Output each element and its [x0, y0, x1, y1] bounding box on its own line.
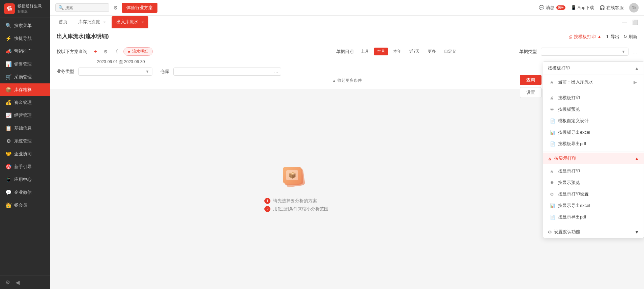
display-preview-btn[interactable]: 👁 按显示预览 — [543, 177, 644, 188]
empty-step-1: 1 请先选择要分析的方案 — [264, 198, 328, 204]
online-service-btn[interactable]: 🎧 在线客服 — [599, 5, 624, 11]
sidebar-item-search[interactable]: 🔍 搜索菜单 — [0, 19, 50, 32]
warehouse-select[interactable]: … — [173, 68, 281, 76]
print-icon: 🖨 — [568, 34, 573, 39]
sidebar-item-shortcuts[interactable]: ⚡ 快捷导航 — [0, 32, 50, 45]
nav-icon-vip: 👑 — [5, 202, 11, 208]
query-button[interactable]: 查询 — [520, 75, 541, 85]
filter-tag-flow[interactable]: ● 流水明细 — [123, 47, 153, 56]
nav-label-apps: 应用中心 — [14, 177, 32, 183]
dropdown-footer[interactable]: ⚙ 设置默认功能 ▼ — [543, 226, 644, 238]
current-arrow-icon: ▶ — [634, 80, 637, 85]
nav-label-sales: 销售管理 — [14, 61, 32, 67]
page-actions: 🖨 按模板打印 ▲ ⬆ 导出 ↻ 刷新 — [568, 34, 637, 40]
app-download-btn[interactable]: 📱 App下载 — [571, 5, 594, 11]
record-type-select[interactable]: ▼ — [541, 48, 628, 56]
maximize-btn[interactable]: ⬜ — [630, 19, 640, 26]
search-box[interactable]: 🔍 — [55, 3, 109, 12]
search-input[interactable] — [65, 5, 102, 10]
template-design-btn[interactable]: 📄 模板自定义设计 — [543, 115, 644, 127]
warehouse-label: 仓库 — [160, 69, 169, 75]
nav-label-vip: 畅会员 — [14, 202, 27, 208]
export-btn[interactable]: ⬆ 导出 — [606, 34, 619, 40]
headset-icon: 🎧 — [599, 5, 605, 10]
date-btn-近7天[interactable]: 近7天 — [406, 48, 423, 55]
chevron-down-icon: ▼ — [621, 49, 625, 54]
display-print-toggle[interactable]: 🖨 按显示打印 ▲ — [543, 153, 644, 164]
sidebar-item-wechat[interactable]: 💬 企业微信 — [0, 186, 50, 199]
tab-close-batch[interactable]: × — [104, 20, 106, 24]
more-options-icon[interactable]: … — [633, 49, 637, 54]
sidebar-item-operations[interactable]: 📈 经营管理 — [0, 109, 50, 122]
nav-label-collab: 企业协同 — [14, 151, 32, 157]
date-btn-更多[interactable]: 更多 — [425, 48, 439, 55]
date-btn-本月[interactable]: 本月 — [374, 48, 388, 55]
nav-icon-collab: 🤝 — [5, 151, 11, 157]
collapse-icon[interactable]: ◀ — [16, 279, 20, 286]
box-icon: 📦 — [289, 172, 296, 179]
nav-icon-sales: 📊 — [5, 61, 11, 67]
tab-close-flow[interactable]: × — [142, 20, 144, 24]
nav-label-wechat: 企业微信 — [14, 189, 32, 195]
nav-icon-purchase: 🛒 — [5, 74, 11, 80]
settings-button[interactable]: 设置 — [520, 87, 541, 98]
trial-button[interactable]: 体验行业方案 — [122, 3, 157, 13]
template-print-btn[interactable]: 🖨 按模板打印 — [543, 92, 644, 104]
sidebar-item-inventory[interactable]: 📦 库存核算 — [0, 83, 50, 96]
dropdown-title: 按模板打印 — [548, 65, 570, 71]
tabs-bar: 首页 库存批次账 × 出入库流水 × — ⬜ — [50, 16, 644, 29]
tab-batch[interactable]: 库存批次账 × — [74, 16, 110, 28]
refresh-icon: ↻ — [623, 34, 627, 39]
sidebar-item-system[interactable]: ⚙ 系统管理 — [0, 135, 50, 148]
display-excel-btn[interactable]: 📊 按显示导出excel — [543, 200, 644, 211]
sidebar-item-purchase[interactable]: 🛒 采购管理 — [0, 71, 50, 83]
sidebar-item-finance[interactable]: 💰 资金管理 — [0, 96, 50, 109]
display-pdf-btn[interactable]: 📄 按显示导出pdf — [543, 211, 644, 223]
display-print-btn[interactable]: 🖨 按显示打印 — [543, 165, 644, 177]
sidebar-item-guide[interactable]: 🎯 新手引导 — [0, 160, 50, 173]
dropdown-chevron-up-icon[interactable]: ▲ — [635, 66, 639, 71]
pdf-icon: 📄 — [550, 141, 555, 147]
refresh-btn[interactable]: ↻ 刷新 — [623, 34, 637, 40]
sidebar-item-collab[interactable]: 🤝 企业协同 — [0, 148, 50, 160]
settings-default-icon: ⚙ — [548, 230, 552, 235]
sidebar-item-sales[interactable]: 📊 销售管理 — [0, 58, 50, 71]
nav-icon-apps: 📱 — [5, 177, 11, 183]
business-type-select[interactable]: ▼ — [78, 68, 152, 76]
dropdown-current-template[interactable]: 🖨 当前：出入库流水 ▶ — [543, 76, 644, 88]
app-download-label: App下载 — [578, 5, 594, 11]
dropdown-display-actions: 🖨 按显示打印 👁 按显示预览 ⚙ 按显示打印设置 📊 按显示导出excel 📄 — [543, 164, 644, 224]
nav-icon-operations: 📈 — [5, 112, 11, 119]
sidebar-item-basics[interactable]: 📋 基础信息 — [0, 122, 50, 135]
date-btn-自定义[interactable]: 自定义 — [441, 48, 459, 55]
filter-row-1: 按以下方案查询 ＋ ⚙ 《 ● 流水明细 单据日期 上月本月本年近7天更多自定义… — [57, 47, 637, 56]
template-pdf-btn[interactable]: 📄 按模板导出pdf — [543, 138, 644, 150]
user-avatar[interactable]: Rit — [629, 3, 639, 12]
display-print-icon2: 🖨 — [550, 169, 555, 174]
minimize-btn[interactable]: — — [620, 19, 629, 26]
nav-icon-shortcuts: ⚡ — [5, 35, 11, 42]
sidebar-item-marketing[interactable]: 📣 营销推广 — [0, 45, 50, 58]
topbar: 🔍 ⚙ 体验行业方案 💬 消息 99+ 📱 App下载 🎧 在线客服 Rit — [50, 0, 644, 16]
template-excel-btn[interactable]: 📊 按模板导出excel — [543, 127, 644, 138]
sidebar-nav: 🔍 搜索菜单 ⚡ 快捷导航 📣 营销推广 📊 销售管理 🛒 采购管理 📦 库存核… — [0, 18, 50, 275]
tab-flow[interactable]: 出入库流水 × — [112, 16, 148, 28]
date-btn-本年[interactable]: 本年 — [390, 48, 404, 55]
sidebar-logo: 畅 畅捷通好生意 标准版 — [0, 0, 50, 18]
message-btn[interactable]: 💬 消息 99+ — [539, 5, 565, 11]
sidebar-item-vip[interactable]: 👑 畅会员 — [0, 199, 50, 212]
dropdown-header: 按模板打印 ▲ — [543, 62, 644, 75]
filter-collapse-icon[interactable]: 《 — [113, 49, 118, 55]
print-template-btn[interactable]: 🖨 按模板打印 ▲ — [568, 34, 602, 40]
search-icon: 🔍 — [58, 5, 64, 10]
sidebar-item-apps[interactable]: 📱 应用中心 — [0, 173, 50, 186]
settings-icon[interactable]: ⚙ — [5, 279, 10, 286]
template-preview-btn[interactable]: 👁 按模板预览 — [543, 104, 644, 115]
filter-add-btn[interactable]: ＋ — [93, 48, 98, 55]
display-print-settings-btn[interactable]: ⚙ 按显示打印设置 — [543, 188, 644, 200]
dropdown-panel: 按模板打印 ▲ 🖨 当前：出入库流水 ▶ 🖨 按模板打印 — [543, 61, 644, 238]
tab-home[interactable]: 首页 — [54, 16, 72, 28]
date-btn-上月[interactable]: 上月 — [358, 48, 372, 55]
filter-gear-icon[interactable]: ⚙ — [104, 49, 108, 54]
topbar-gear-icon[interactable]: ⚙ — [113, 5, 118, 11]
